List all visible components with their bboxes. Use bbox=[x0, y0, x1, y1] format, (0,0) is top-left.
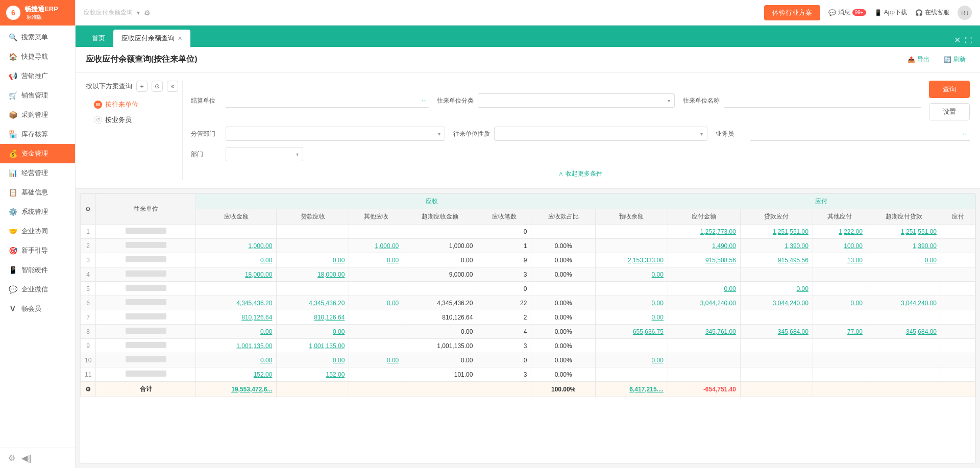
cell-link[interactable]: 1,000.00 bbox=[349, 239, 403, 253]
tab-home[interactable]: 首页 bbox=[84, 30, 113, 47]
collapse-row[interactable]: ∧ 收起更多条件 bbox=[191, 167, 970, 180]
cell-link[interactable]: 1,252,773.00 bbox=[668, 225, 740, 239]
sidebar-item-sales[interactable]: 🛒 销售管理 bbox=[0, 86, 75, 105]
scheme-collapse-icon[interactable]: « bbox=[167, 81, 178, 92]
cell-link[interactable]: 13.00 bbox=[813, 253, 867, 267]
query-option-partner[interactable]: W 按往来单位 bbox=[90, 98, 178, 111]
sidebar-item-system[interactable]: ⚙️ 系统管理 bbox=[0, 202, 75, 221]
query-option-salesman[interactable]: ⏱ 按业务员 bbox=[90, 113, 178, 127]
cell-link[interactable]: 1,001,135.00 bbox=[196, 339, 277, 353]
cell-link[interactable]: 1,251,551.00 bbox=[867, 225, 941, 239]
solution-button[interactable]: 体验行业方案 bbox=[764, 5, 820, 20]
department-select[interactable]: ▾ bbox=[226, 147, 303, 161]
sidebar-item-operation[interactable]: 📊 经营管理 bbox=[0, 163, 75, 183]
footer-prepaid[interactable]: 6,417,215.... bbox=[595, 382, 668, 397]
cell-link[interactable]: 0.00 bbox=[595, 267, 668, 282]
cell-link[interactable]: 3,044,240.00 bbox=[668, 296, 740, 310]
cell-link[interactable]: 0.00 bbox=[349, 253, 403, 267]
messages-action[interactable]: 💬 消息 99+ bbox=[828, 8, 866, 17]
cell-link[interactable]: 4,345,436.20 bbox=[277, 296, 349, 310]
footer-receivable-total[interactable]: 19,553,472,6... bbox=[196, 382, 277, 397]
cell-link[interactable]: 810,126.64 bbox=[196, 310, 277, 325]
cell-link[interactable]: 0.00 bbox=[196, 325, 277, 339]
cell-link[interactable]: 345,761.00 bbox=[668, 325, 740, 339]
sidebar-item-purchase[interactable]: 📦 采购管理 bbox=[0, 105, 75, 125]
gear-icon[interactable]: ⚙ bbox=[144, 9, 151, 17]
tab-close-icon[interactable]: ✕ bbox=[178, 35, 182, 42]
sidebar-collapse-icon[interactable]: ◀‖ bbox=[21, 453, 32, 463]
cell-link[interactable]: 3,044,240.00 bbox=[740, 296, 813, 310]
scheme-settings-icon[interactable]: ⊙ bbox=[152, 81, 163, 92]
cell-empty bbox=[867, 367, 941, 382]
table-settings-col[interactable]: ⚙ bbox=[81, 194, 96, 225]
cell-link[interactable]: 345,684.00 bbox=[867, 325, 941, 339]
cell-link[interactable]: 0.00 bbox=[595, 296, 668, 310]
cell-link[interactable]: 0.00 bbox=[349, 296, 403, 310]
cell-link[interactable]: 1,390.00 bbox=[867, 239, 941, 253]
dept-manager-select[interactable]: ▾ bbox=[226, 127, 445, 141]
sidebar-item-marketing[interactable]: 📢 营销推广 bbox=[0, 66, 75, 86]
export-button[interactable]: 📤 导出 bbox=[903, 53, 934, 66]
tab-balance-query[interactable]: 应收应付余额查询 ✕ bbox=[113, 30, 190, 47]
cell-link[interactable]: 0.00 bbox=[867, 253, 941, 267]
sidebar-item-coop[interactable]: 🤝 企业协同 bbox=[0, 221, 75, 241]
cell-link[interactable]: 0.00 bbox=[349, 353, 403, 367]
cell-link[interactable]: 0.00 bbox=[595, 310, 668, 325]
cell-link[interactable]: 1,251,551.00 bbox=[740, 225, 813, 239]
refresh-button[interactable]: 🔄 刷新 bbox=[940, 53, 970, 66]
sidebar-item-basic[interactable]: 📋 基础信息 bbox=[0, 183, 75, 202]
cell-link[interactable]: 1,001,135.00 bbox=[277, 339, 349, 353]
sidebar-item-quick-nav[interactable]: 🏠 快捷导航 bbox=[0, 47, 75, 66]
cell-link[interactable]: 77.00 bbox=[813, 325, 867, 339]
cell-link[interactable]: 1,000.00 bbox=[196, 239, 277, 253]
cell-link[interactable]: 1,490.00 bbox=[668, 239, 740, 253]
cell-link[interactable]: 4,345,436.20 bbox=[196, 296, 277, 310]
sidebar-settings-icon[interactable]: ⚙ bbox=[8, 453, 15, 463]
cell-link[interactable]: 0.00 bbox=[740, 282, 813, 296]
window-expand-icon[interactable]: ⛶ bbox=[965, 36, 972, 44]
salesman-input[interactable]: ··· bbox=[750, 127, 970, 141]
add-scheme-button[interactable]: ＋ bbox=[136, 81, 148, 92]
cell-link[interactable]: 3,044,240.00 bbox=[867, 296, 941, 310]
cell-link[interactable]: 1,222.00 bbox=[813, 225, 867, 239]
cell-link[interactable]: 810,126.64 bbox=[277, 310, 349, 325]
sidebar-item-hardware[interactable]: 📱 智能硬件 bbox=[0, 260, 75, 280]
cell-link[interactable]: 0.00 bbox=[277, 325, 349, 339]
sidebar-item-inventory[interactable]: 🏪 库存核算 bbox=[0, 125, 75, 144]
chevron-down-icon[interactable]: ▾ bbox=[137, 9, 140, 16]
cell-link[interactable]: 0.00 bbox=[668, 282, 740, 296]
cell-link[interactable]: 0.00 bbox=[196, 253, 277, 267]
cell-link[interactable]: 0.00 bbox=[196, 353, 277, 367]
cell-link[interactable]: 0.00 bbox=[595, 353, 668, 367]
sidebar-item-member[interactable]: V 畅会员 bbox=[0, 299, 75, 318]
partner-nature-select[interactable]: ▾ bbox=[494, 127, 707, 141]
member-icon: V bbox=[8, 304, 17, 313]
cell-link[interactable]: 18,000.00 bbox=[196, 267, 277, 282]
cell-link[interactable]: 2,153,333.00 bbox=[595, 253, 668, 267]
service-action[interactable]: 🎧 在线客服 bbox=[915, 8, 949, 17]
sidebar-item-wechat[interactable]: 💬 企业微信 bbox=[0, 280, 75, 299]
window-close-icon[interactable]: ✕ bbox=[954, 35, 961, 45]
cell-link[interactable]: 152.00 bbox=[277, 367, 349, 382]
app-download-action[interactable]: 📱 App下载 bbox=[874, 8, 907, 17]
settings-button[interactable]: 设置 bbox=[929, 103, 970, 120]
cell-link[interactable]: 100.00 bbox=[813, 239, 867, 253]
cell-link[interactable]: 345,684.00 bbox=[740, 325, 813, 339]
sidebar-item-finance[interactable]: 💰 资金管理 bbox=[0, 144, 75, 163]
cell-link[interactable]: 0.00 bbox=[277, 253, 349, 267]
partner-category-select[interactable]: ▾ bbox=[478, 93, 675, 108]
partner-name-input[interactable] bbox=[724, 93, 921, 108]
cell-link[interactable]: 152.00 bbox=[196, 367, 277, 382]
query-button[interactable]: 查询 bbox=[929, 81, 970, 98]
sidebar-item-guide[interactable]: 🎯 新手引导 bbox=[0, 241, 75, 260]
cell-link[interactable]: 915,495.56 bbox=[740, 253, 813, 267]
sidebar-item-search[interactable]: 🔍 搜索菜单 bbox=[0, 28, 75, 47]
cell-link[interactable]: 0.00 bbox=[277, 353, 349, 367]
user-area[interactable]: Rit bbox=[958, 6, 972, 20]
cell-link[interactable]: 0.00 bbox=[813, 296, 867, 310]
cell-link[interactable]: 18,000.00 bbox=[277, 267, 349, 282]
cell-link[interactable]: 655,636.75 bbox=[595, 325, 668, 339]
cell-link[interactable]: 1,390.00 bbox=[740, 239, 813, 253]
cell-link[interactable]: 915,508.56 bbox=[668, 253, 740, 267]
settlement-unit-input[interactable]: ··· bbox=[226, 93, 429, 108]
